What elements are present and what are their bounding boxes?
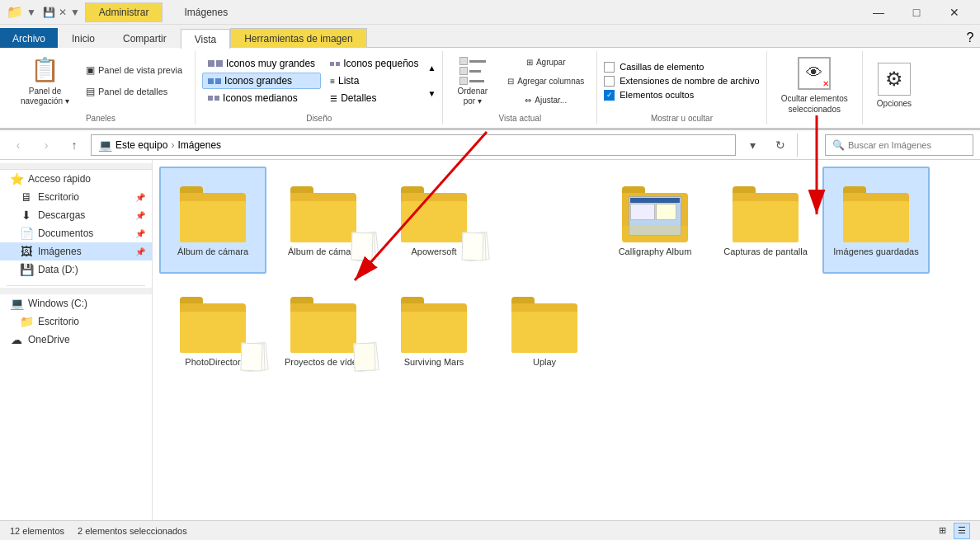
layout-icon-1 xyxy=(208,60,223,67)
layout-icon-5: ≡ xyxy=(330,77,335,86)
mostrar-label: Mostrar u ocultar xyxy=(651,110,713,124)
file-item-imagenes-guardadas[interactable]: Imágenes guardadas xyxy=(822,167,930,274)
sidebar-item-onedrive[interactable]: ☁ OneDrive xyxy=(0,331,152,349)
file-item-capturas[interactable]: Capturas de pantalla xyxy=(712,167,819,274)
file-item-photodirector[interactable]: PhotoDirector xyxy=(159,277,266,384)
file-label-calligraphy: Calligraphy Album xyxy=(619,246,692,257)
path-imagenes[interactable]: Imágenes xyxy=(177,139,221,151)
window-title: Imágenes xyxy=(167,7,228,18)
file-item-proyectos-video[interactable]: Proyectos de vídeo xyxy=(270,277,377,384)
folder-icon-capturas xyxy=(733,186,799,242)
sidebar-scroll-bottom-area xyxy=(0,288,152,294)
data-label: Data (D:) xyxy=(38,264,78,275)
chk-extensiones-row[interactable]: Extensiones de nombre de archivo xyxy=(604,76,759,87)
layout-label-6: Detalles xyxy=(341,92,376,104)
file-item-album-camara-2[interactable]: Álbum de cámara xyxy=(270,167,377,274)
sidebar-item-documentos[interactable]: 📄 Documentos 📌 xyxy=(0,224,152,242)
escritorio2-label: Escritorio xyxy=(38,316,79,327)
sidebar-item-descargas[interactable]: ⬇ Descargas 📌 xyxy=(0,206,152,224)
chk-casillas-row[interactable]: Casillas de elemento xyxy=(604,62,759,73)
layout-iconos-muy-grandes[interactable]: Iconos muy grandes xyxy=(202,55,321,72)
sidebar-item-data[interactable]: 💾 Data (D:) xyxy=(0,261,152,279)
file-area[interactable]: Álbum de cámara Álbum de cámara xyxy=(153,160,980,520)
tab-herramientas[interactable]: Herramientas de imagen xyxy=(230,28,366,48)
tab-inicio[interactable]: Inicio xyxy=(58,28,109,48)
file-item-calligraphy[interactable]: Calligraphy Album xyxy=(601,167,709,274)
group-btn-area: ⊞ Agrupar ⊟ Agregar columnas ⇔ Ajustar..… xyxy=(502,54,590,109)
file-item-album-camara-1[interactable]: Álbum de cámara xyxy=(159,167,266,274)
panel-nav-icon: 📋 xyxy=(31,56,59,83)
file-item-uplay[interactable]: Uplay xyxy=(491,277,598,384)
tab-vista[interactable]: Vista xyxy=(181,29,230,49)
file-label-surviving-mars: Surviving Mars xyxy=(404,356,464,368)
sidebar-item-acceso-rapido[interactable]: ⭐ Acceso rápido xyxy=(0,170,152,188)
up-button[interactable]: ↑ xyxy=(63,134,86,157)
window-controls: — □ ✕ xyxy=(860,0,973,25)
sidebar-item-imagenes[interactable]: 🖼 Imágenes 📌 xyxy=(0,242,152,261)
layout-iconos-pequenos[interactable]: Iconos pequeños xyxy=(324,55,424,72)
chk-ocultos[interactable]: ✓ xyxy=(604,90,615,101)
panel-detalles-button[interactable]: ▤ Panel de detalles xyxy=(80,82,188,101)
tab-administrar[interactable]: Administrar xyxy=(85,2,163,22)
file-item-surviving-mars[interactable]: Surviving Mars xyxy=(380,277,488,384)
tab-compartir[interactable]: Compartir xyxy=(109,28,181,48)
chk-ocultos-label: Elementos ocultos xyxy=(620,90,694,100)
opciones-button[interactable]: ⚙ Opciones xyxy=(869,57,919,115)
adjust-cols-button[interactable]: ⇔ Ajustar... xyxy=(502,92,590,109)
refresh-button[interactable]: ↻ xyxy=(769,134,792,157)
chk-casillas[interactable] xyxy=(604,62,615,73)
group-by-button[interactable]: ⊞ Agrupar xyxy=(502,54,590,71)
sort-icon xyxy=(458,55,488,85)
path-este-equipo[interactable]: Este equipo xyxy=(115,139,167,151)
back-button[interactable]: ‹ xyxy=(7,134,30,157)
layout-label-2: Iconos grandes xyxy=(224,75,292,87)
ordenar-por-button[interactable]: Ordenarpor ▾ xyxy=(450,51,495,110)
panel-nav-button[interactable]: 📋 Panel denavegación ▾ xyxy=(13,52,77,110)
escritorio-pin-icon: 📌 xyxy=(135,193,145,202)
sidebar-item-escritorio[interactable]: 🖥 Escritorio 📌 xyxy=(0,188,152,206)
layout-icon-4 xyxy=(330,62,340,66)
layout-scroll-arrows: ▲ ▼ xyxy=(428,55,436,106)
forward-button[interactable]: › xyxy=(35,134,58,157)
view-details-button[interactable]: ☰ xyxy=(954,523,970,539)
ribbon-group-paneles: 📋 Panel denavegación ▾ ▣ Panel de vista … xyxy=(7,51,196,124)
layout-label-5: Lista xyxy=(338,75,359,87)
layout-lista[interactable]: ≡ Lista xyxy=(324,73,424,89)
layout-detalles[interactable]: ☰ Detalles xyxy=(324,90,424,106)
close-button[interactable]: ✕ xyxy=(935,0,973,25)
search-input[interactable] xyxy=(848,140,966,150)
add-cols-button[interactable]: ⊟ Agregar columnas xyxy=(502,73,590,90)
sidebar-item-windows-c[interactable]: 💻 Windows (C:) xyxy=(0,294,152,312)
layout-up-arrow[interactable]: ▲ xyxy=(428,63,436,73)
dropdown-button[interactable]: ▾ xyxy=(741,134,764,157)
chk-ocultos-row[interactable]: ✓ Elementos ocultos xyxy=(604,90,759,101)
view-grid-button[interactable]: ⊞ xyxy=(934,523,950,539)
documentos-icon: 📄 xyxy=(20,227,33,240)
chk-extensiones[interactable] xyxy=(604,76,615,87)
minimize-button[interactable]: — xyxy=(860,0,898,25)
search-box[interactable]: 🔍 xyxy=(825,134,973,156)
title-bar-icons: 📁 ▼ 💾 ✕ ▼ xyxy=(7,4,80,20)
sidebar-item-escritorio2[interactable]: 📁 Escritorio xyxy=(0,312,152,331)
diseno-label: Diseño xyxy=(306,110,332,124)
view-toggle-buttons: ⊞ ☰ xyxy=(934,523,970,539)
layout-icon-6: ☰ xyxy=(330,94,337,103)
layout-iconos-medianos[interactable]: Iconos medianos xyxy=(202,90,321,106)
windows-c-icon: 💻 xyxy=(10,297,23,310)
address-path[interactable]: 💻 Este equipo › Imágenes xyxy=(91,134,736,156)
layout-iconos-grandes[interactable]: Iconos grandes xyxy=(202,73,321,89)
ribbon-help-icon[interactable]: ? xyxy=(960,28,980,48)
ocultar-elementos-button[interactable]: 👁 ✕ Ocultar elementosseleccionados xyxy=(774,53,855,119)
panel-vista-previa-button[interactable]: ▣ Panel de vista previa xyxy=(80,60,188,80)
windows-c-label: Windows (C:) xyxy=(28,298,87,309)
maximize-button[interactable]: □ xyxy=(898,0,935,25)
sidebar-divider xyxy=(7,285,145,286)
files-grid: Álbum de cámara Álbum de cámara xyxy=(159,167,973,384)
ribbon: Archivo Inicio Compartir Vista Herramien… xyxy=(0,25,980,130)
folder-icon-album1 xyxy=(180,186,246,242)
tab-archivo[interactable]: Archivo xyxy=(0,28,58,48)
file-item-apowersoft[interactable]: Apowersoft xyxy=(380,167,488,274)
imagenes-nav-icon: 🖼 xyxy=(20,245,33,258)
documentos-label: Documentos xyxy=(38,228,93,239)
layout-down-arrow[interactable]: ▼ xyxy=(428,89,436,98)
